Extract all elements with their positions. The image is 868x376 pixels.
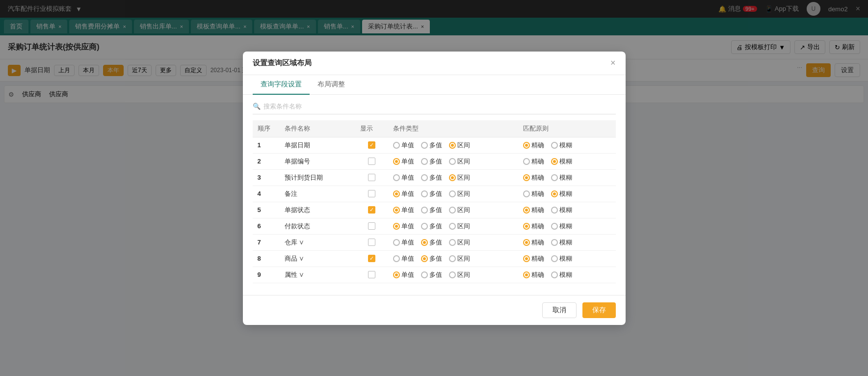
radio-range[interactable]: 区间 bbox=[449, 270, 470, 279]
show-checkbox[interactable] bbox=[368, 190, 375, 197]
radio-exact[interactable]: 精确 bbox=[523, 270, 544, 279]
radio-range[interactable]: 区间 bbox=[449, 254, 470, 263]
radio-exact[interactable]: 精确 bbox=[523, 141, 544, 150]
radio-exact[interactable]: 精确 bbox=[523, 173, 544, 182]
radio-fuzzy[interactable]: 模糊 bbox=[551, 141, 572, 150]
cell-show[interactable] bbox=[355, 202, 388, 218]
radio-exact[interactable]: 精确 bbox=[523, 254, 544, 263]
radio-circle-multi bbox=[421, 239, 428, 246]
cell-order: 2 bbox=[253, 153, 280, 169]
cell-show[interactable] bbox=[355, 283, 388, 287]
show-checkbox[interactable] bbox=[368, 222, 375, 230]
radio-single[interactable]: 单值 bbox=[393, 206, 414, 215]
show-checkbox[interactable] bbox=[368, 239, 375, 246]
radio-multi[interactable]: 多值 bbox=[421, 287, 442, 287]
radio-range[interactable]: 区间 bbox=[449, 141, 470, 150]
radio-single[interactable]: 单值 bbox=[393, 157, 414, 166]
radio-single[interactable]: 单值 bbox=[393, 287, 414, 287]
search-input[interactable] bbox=[263, 103, 616, 110]
table-row: 5单据状态单值多值区间精确模糊 bbox=[253, 202, 616, 218]
radio-multi[interactable]: 多值 bbox=[421, 157, 442, 166]
cell-match: 精确模糊 bbox=[518, 169, 616, 186]
radio-fuzzy[interactable]: 模糊 bbox=[551, 238, 572, 247]
th-type: 条件类型 bbox=[388, 120, 518, 137]
radio-exact[interactable]: 精确 bbox=[523, 206, 544, 215]
radio-range[interactable]: 区间 bbox=[449, 173, 470, 182]
radio-multi[interactable]: 多值 bbox=[421, 206, 442, 215]
radio-fuzzy[interactable]: 模糊 bbox=[551, 206, 572, 215]
radio-multi[interactable]: 多值 bbox=[421, 173, 442, 182]
modal-close-button[interactable]: × bbox=[610, 58, 616, 67]
radio-circle-multi bbox=[421, 174, 428, 181]
radio-circle-multi bbox=[421, 190, 428, 197]
show-checkbox[interactable] bbox=[368, 271, 375, 278]
radio-multi[interactable]: 多值 bbox=[421, 141, 442, 150]
radio-single[interactable]: 单值 bbox=[393, 238, 414, 247]
cell-show[interactable] bbox=[355, 234, 388, 250]
cell-name: 单据状态 bbox=[280, 202, 356, 218]
show-checkbox[interactable] bbox=[368, 174, 375, 181]
radio-single[interactable]: 单值 bbox=[393, 189, 414, 198]
table-row: 2单据编号单值多值区间精确模糊 bbox=[253, 153, 616, 169]
radio-range[interactable]: 区间 bbox=[449, 238, 470, 247]
cell-match: 精确模糊 bbox=[518, 186, 616, 202]
radio-multi[interactable]: 多值 bbox=[421, 270, 442, 279]
radio-exact[interactable]: 精确 bbox=[523, 189, 544, 198]
radio-single[interactable]: 单值 bbox=[393, 173, 414, 182]
show-checkbox[interactable] bbox=[368, 206, 375, 214]
cell-show[interactable] bbox=[355, 186, 388, 202]
radio-single[interactable]: 单值 bbox=[393, 254, 414, 263]
radio-multi[interactable]: 多值 bbox=[421, 254, 442, 263]
radio-circle-range bbox=[449, 190, 456, 197]
modal-tab-query[interactable]: 查询字段设置 bbox=[253, 75, 310, 95]
show-checkbox[interactable] bbox=[368, 158, 375, 165]
radio-single[interactable]: 单值 bbox=[393, 141, 414, 150]
modal-tabs: 查询字段设置 布局调整 bbox=[243, 75, 626, 95]
modal-tab-layout[interactable]: 布局调整 bbox=[310, 75, 353, 95]
cell-match: 精确模糊 bbox=[518, 234, 616, 250]
radio-exact[interactable]: 精确 bbox=[523, 157, 544, 166]
radio-range[interactable]: 区间 bbox=[449, 287, 470, 287]
cell-show[interactable] bbox=[355, 218, 388, 234]
radio-range[interactable]: 区间 bbox=[449, 189, 470, 198]
cell-match: 精确模糊 bbox=[518, 137, 616, 153]
cell-type: 单值多值区间 bbox=[388, 169, 518, 186]
radio-fuzzy[interactable]: 模糊 bbox=[551, 173, 572, 182]
show-checkbox[interactable] bbox=[368, 255, 375, 262]
radio-single[interactable]: 单值 bbox=[393, 270, 414, 279]
radio-single[interactable]: 单值 bbox=[393, 222, 414, 231]
cell-order: 6 bbox=[253, 218, 280, 234]
cell-show[interactable] bbox=[355, 250, 388, 267]
cancel-button[interactable]: 取消 bbox=[542, 302, 577, 318]
radio-multi[interactable]: 多值 bbox=[421, 222, 442, 231]
cell-name: 商品 ∨ bbox=[280, 250, 356, 267]
radio-range[interactable]: 区间 bbox=[449, 157, 470, 166]
th-name: 条件名称 bbox=[280, 120, 356, 137]
show-checkbox[interactable] bbox=[368, 141, 375, 149]
cell-order: 10 bbox=[253, 283, 280, 287]
cell-show[interactable] bbox=[355, 169, 388, 186]
radio-multi[interactable]: 多值 bbox=[421, 189, 442, 198]
radio-circle-multi bbox=[421, 271, 428, 278]
radio-fuzzy[interactable]: 模糊 bbox=[551, 189, 572, 198]
radio-circle-single bbox=[393, 174, 400, 181]
radio-exact[interactable]: 精确 bbox=[523, 287, 544, 287]
radio-fuzzy[interactable]: 模糊 bbox=[551, 270, 572, 279]
save-button[interactable]: 保存 bbox=[582, 302, 616, 318]
radio-exact[interactable]: 精确 bbox=[523, 238, 544, 247]
radio-fuzzy[interactable]: 模糊 bbox=[551, 222, 572, 231]
radio-range[interactable]: 区间 bbox=[449, 222, 470, 231]
cell-show[interactable] bbox=[355, 267, 388, 283]
radio-circle-range bbox=[449, 223, 456, 230]
radio-exact[interactable]: 精确 bbox=[523, 222, 544, 231]
cell-type: 单值多值区间 bbox=[388, 234, 518, 250]
radio-fuzzy[interactable]: 模糊 bbox=[551, 157, 572, 166]
radio-circle-fuzzy bbox=[551, 174, 558, 181]
cell-show[interactable] bbox=[355, 153, 388, 169]
cell-show[interactable] bbox=[355, 137, 388, 153]
radio-fuzzy[interactable]: 模糊 bbox=[551, 254, 572, 263]
radio-multi[interactable]: 多值 bbox=[421, 238, 442, 247]
radio-range[interactable]: 区间 bbox=[449, 206, 470, 215]
radio-fuzzy[interactable]: 模糊 bbox=[551, 287, 572, 287]
radio-circle-range bbox=[449, 142, 456, 149]
